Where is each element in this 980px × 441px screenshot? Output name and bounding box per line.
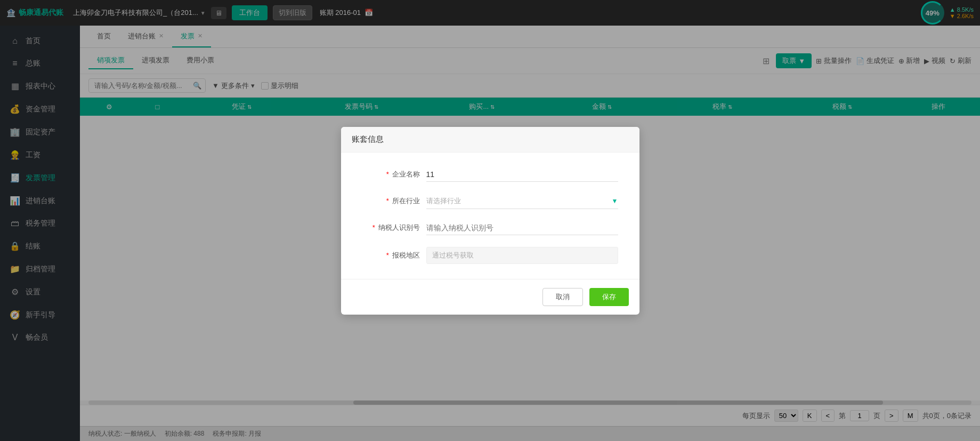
save-button[interactable]: 保存 — [589, 288, 629, 306]
label-taxid: * 纳税人识别号 — [362, 223, 426, 232]
form-row-company: * 企业名称 — [362, 167, 618, 182]
select-industry[interactable]: 请选择行业 ▼ — [426, 194, 618, 209]
label-taxregion: * 报税地区 — [362, 251, 426, 260]
form-row-taxregion: * 报税地区 通过税号获取 — [362, 247, 618, 264]
taxregion-disabled: 通过税号获取 — [426, 247, 618, 264]
label-industry: * 所在行业 — [362, 196, 426, 206]
modal-body: * 企业名称 * 所在行业 请选择行业 ▼ * 纳 — [341, 153, 639, 279]
modal-overlay[interactable]: 账套信息 * 企业名称 * 所在行业 请选择行业 ▼ — [0, 0, 980, 441]
industry-dropdown-arrow: ▼ — [612, 197, 618, 205]
input-taxid[interactable] — [426, 221, 618, 235]
input-company[interactable] — [426, 167, 618, 182]
cancel-button[interactable]: 取消 — [542, 288, 583, 306]
label-company: * 企业名称 — [362, 170, 426, 179]
account-info-modal: 账套信息 * 企业名称 * 所在行业 请选择行业 ▼ — [341, 127, 639, 315]
modal-footer: 取消 保存 — [341, 279, 639, 315]
modal-title: 账套信息 — [341, 127, 639, 153]
form-row-taxid: * 纳税人识别号 — [362, 221, 618, 235]
form-row-industry: * 所在行业 请选择行业 ▼ — [362, 194, 618, 209]
